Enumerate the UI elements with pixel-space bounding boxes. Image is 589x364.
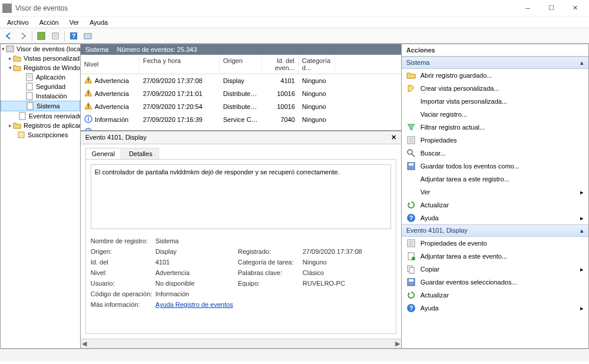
- table-row[interactable]: Advertencia27/09/2020 17:37:08Display410…: [81, 74, 401, 87]
- action-item[interactable]: Crear vista personalizada...: [402, 82, 588, 95]
- collapse-icon[interactable]: ▾: [9, 65, 12, 71]
- col-id[interactable]: Id. del even...: [262, 55, 299, 74]
- expand-icon[interactable]: ▸: [9, 123, 12, 128]
- action-item[interactable]: Abrir registro guardado...: [402, 69, 588, 82]
- log-icon: [25, 92, 34, 100]
- action-item[interactable]: Copiar▸: [402, 263, 588, 276]
- action-item[interactable]: Actualizar: [402, 198, 588, 211]
- maximize-button[interactable]: ☐: [540, 2, 563, 14]
- search-icon: [406, 148, 416, 158]
- menu-archivo[interactable]: Archivo: [2, 18, 34, 27]
- close-detail-button[interactable]: ✕: [391, 134, 396, 141]
- more-info-link[interactable]: Ayuda Registro de eventos: [155, 301, 233, 308]
- events-grid[interactable]: Nivel Fecha y hora Origen Id. del even..…: [81, 55, 401, 130]
- svg-text:?: ?: [409, 214, 413, 221]
- svg-rect-49: [409, 267, 414, 273]
- action-item[interactable]: Propiedades: [402, 134, 588, 147]
- tree-custom-views[interactable]: ▸ Vistas personalizadas: [1, 54, 80, 63]
- action-item[interactable]: Ver▸: [402, 186, 588, 198]
- svg-rect-0: [38, 32, 45, 39]
- table-row[interactable]: Advertencia27/09/2020 17:20:54Distribute…: [81, 100, 401, 113]
- svg-rect-21: [88, 107, 88, 108]
- tree-setup[interactable]: Instalación: [1, 91, 80, 101]
- tab-general[interactable]: General: [85, 148, 121, 159]
- action-item[interactable]: ?Ayuda▸: [402, 211, 588, 224]
- detail-scrollbar[interactable]: ◀▶: [81, 339, 401, 348]
- back-button[interactable]: [2, 29, 15, 42]
- actions-section-system: Sistema ▴: [402, 57, 588, 69]
- col-category[interactable]: Categoría d...: [299, 55, 335, 74]
- refresh-button[interactable]: [81, 29, 94, 42]
- tree-windows-logs[interactable]: ▾ Registros de Windows: [1, 63, 80, 72]
- action-item[interactable]: Guardar todos los eventos como...: [402, 160, 588, 173]
- action-item[interactable]: Adjuntar tarea a este evento...: [402, 250, 588, 263]
- action-item[interactable]: Guardar eventos seleccionados...: [402, 276, 588, 289]
- chevron-right-icon: ▸: [580, 305, 584, 312]
- action-item[interactable]: Actualizar: [402, 289, 588, 302]
- close-button[interactable]: ✕: [563, 2, 587, 14]
- detail-message: El controlador de pantalla nvlddmkm dejó…: [91, 164, 391, 229]
- log-icon: [26, 102, 34, 110]
- save-icon: [406, 277, 416, 287]
- table-row[interactable]: Información27/09/2020 17:16:39Service Co…: [81, 113, 401, 126]
- blank-icon: [406, 97, 416, 106]
- help-button[interactable]: ?: [67, 29, 80, 42]
- create-icon: [406, 84, 416, 93]
- tree-root-label: Visor de eventos (local): [15, 45, 81, 52]
- collapse-icon[interactable]: ▾: [2, 46, 5, 52]
- action-item[interactable]: Filtrar registro actual...: [402, 121, 588, 134]
- svg-point-36: [408, 150, 412, 154]
- action-item[interactable]: Propiedades de evento: [402, 237, 588, 250]
- copy-icon: [406, 264, 416, 274]
- action-label: Filtrar registro actual...: [421, 124, 485, 131]
- tree-app-services[interactable]: ▸ Registros de aplicaciones y servicios: [1, 121, 80, 130]
- events-count: Número de eventos: 25.343: [117, 46, 197, 53]
- menu-accion[interactable]: Acción: [35, 18, 64, 27]
- warning-icon: [84, 89, 92, 98]
- svg-rect-24: [88, 117, 89, 118]
- tree-subscriptions[interactable]: Suscripciones: [1, 130, 80, 140]
- show-hide-tree-button[interactable]: [35, 29, 48, 42]
- col-level[interactable]: Nivel: [81, 55, 140, 74]
- actions-panel: Acciones Sistema ▴ Abrir registro guarda…: [401, 44, 589, 349]
- chevron-right-icon: ▸: [580, 214, 584, 222]
- collapse-icon[interactable]: ▴: [580, 227, 584, 234]
- properties-button[interactable]: [49, 29, 62, 42]
- action-item[interactable]: Buscar...: [402, 147, 588, 160]
- menu-ver[interactable]: Ver: [65, 18, 84, 27]
- action-item[interactable]: Adjuntar tarea a este registro...: [402, 173, 588, 186]
- props-icon: [406, 135, 416, 145]
- col-origin[interactable]: Origen: [220, 55, 262, 74]
- tree-system[interactable]: Sistema: [1, 101, 80, 111]
- table-row[interactable]: Advertencia27/09/2020 17:21:01Distribute…: [81, 87, 401, 100]
- svg-rect-14: [19, 112, 25, 120]
- tree-security[interactable]: Seguridad: [1, 82, 80, 91]
- col-date[interactable]: Fecha y hora: [140, 55, 220, 74]
- expand-icon[interactable]: ▸: [9, 55, 12, 61]
- actions-title: Acciones: [402, 44, 588, 57]
- minimize-button[interactable]: ─: [516, 2, 540, 14]
- tab-details[interactable]: Detalles: [123, 148, 159, 159]
- action-item[interactable]: ?Ayuda▸: [402, 302, 588, 315]
- svg-point-47: [412, 257, 415, 260]
- folder-icon: [13, 54, 21, 62]
- tree-application[interactable]: Aplicación: [1, 72, 80, 82]
- actions-section-event: Evento 4101, Display ▴: [402, 224, 588, 237]
- menubar: Archivo Acción Ver Ayuda: [0, 16, 589, 28]
- action-item[interactable]: Importar vista personalizada...: [402, 95, 588, 108]
- tree-root[interactable]: ▾ Visor de eventos (local): [1, 44, 80, 54]
- tree-panel[interactable]: ▾ Visor de eventos (local) ▸ Vistas pers…: [0, 44, 81, 349]
- warning-icon: [84, 102, 92, 111]
- table-row[interactable]: Información27/09/2020 17:14:07Service Co…: [81, 126, 401, 130]
- svg-rect-20: [88, 104, 88, 107]
- svg-rect-23: [88, 118, 89, 121]
- detail-body: El controlador de pantalla nvlddmkm dejó…: [85, 159, 396, 334]
- tree-forwarded[interactable]: Eventos reenviados: [1, 111, 80, 121]
- collapse-icon[interactable]: ▴: [580, 59, 584, 67]
- chevron-right-icon: ▸: [580, 188, 584, 196]
- menu-ayuda[interactable]: Ayuda: [85, 18, 112, 27]
- svg-rect-7: [6, 46, 14, 52]
- action-item[interactable]: Vaciar registro...: [402, 108, 588, 121]
- action-label: Propiedades: [421, 137, 457, 144]
- forward-button[interactable]: [16, 29, 29, 42]
